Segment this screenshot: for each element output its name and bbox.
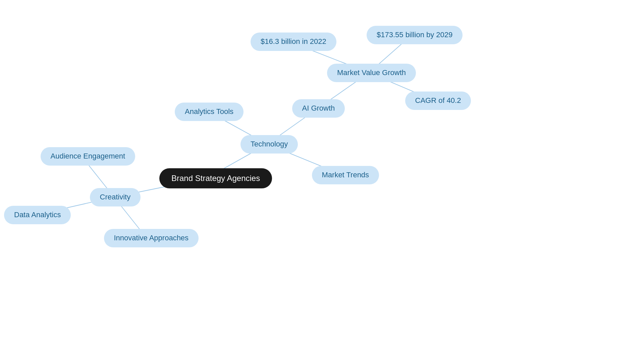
node-technology[interactable]: Technology <box>240 135 298 154</box>
node-value_2029[interactable]: $173.55 billion by 2029 <box>367 26 463 44</box>
node-innovative_approaches[interactable]: Innovative Approaches <box>104 229 199 247</box>
node-analytics_tools[interactable]: Analytics Tools <box>175 103 244 121</box>
node-value_2022[interactable]: $16.3 billion in 2022 <box>251 33 336 51</box>
node-market_trends[interactable]: Market Trends <box>312 166 379 184</box>
node-center[interactable]: Brand Strategy Agencies <box>159 168 272 188</box>
node-data_analytics[interactable]: Data Analytics <box>4 206 71 224</box>
node-creativity[interactable]: Creativity <box>90 188 141 206</box>
node-cagr[interactable]: CAGR of 40.2 <box>405 92 471 110</box>
node-market_value_growth[interactable]: Market Value Growth <box>327 64 416 82</box>
node-audience_engagement[interactable]: Audience Engagement <box>41 147 136 166</box>
node-ai_growth[interactable]: AI Growth <box>292 99 345 118</box>
